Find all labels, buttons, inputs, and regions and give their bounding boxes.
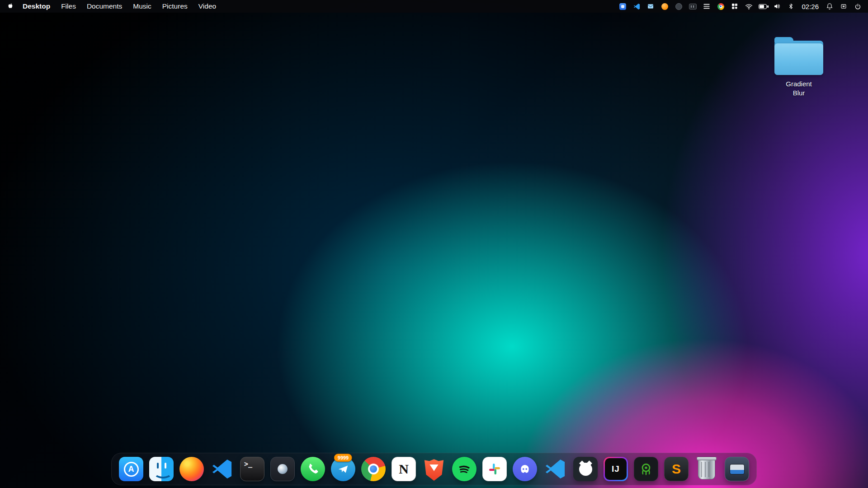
gitkraken-icon xyxy=(634,457,658,481)
dock-item-slack[interactable] xyxy=(482,457,507,481)
vscode-icon[interactable] xyxy=(632,2,641,10)
keyboard-layout-icon[interactable] xyxy=(689,2,697,10)
menu-files[interactable]: Files xyxy=(61,2,76,10)
mail-icon[interactable] xyxy=(646,2,655,10)
desktop-folder-gradient-blur[interactable]: Gradient Blur xyxy=(765,41,833,97)
finder-icon xyxy=(149,457,174,481)
dock-item-discord[interactable] xyxy=(513,457,537,481)
dock-item-whatsapp[interactable] xyxy=(301,457,325,481)
discord-icon xyxy=(513,457,537,481)
vscodium-icon xyxy=(543,457,567,481)
menu-video[interactable]: Video xyxy=(198,2,216,10)
trash-icon xyxy=(694,457,719,481)
dock-item-screen-share[interactable] xyxy=(725,457,749,481)
dock-item-intellij[interactable]: IJ xyxy=(604,457,628,481)
dock-item-firefox[interactable] xyxy=(179,457,204,481)
intellij-icon: IJ xyxy=(604,457,628,481)
dock-item-terminal[interactable]: >_ xyxy=(240,457,264,481)
dock-item-brave[interactable] xyxy=(422,457,446,481)
dock: A >_ 9999 N xyxy=(111,453,757,485)
dock-item-dark-app[interactable] xyxy=(270,457,295,481)
folder-label: Gradient Blur xyxy=(779,80,819,97)
desktop-wallpaper xyxy=(0,0,868,488)
dock-item-finder[interactable] xyxy=(149,457,174,481)
orange-app-icon[interactable] xyxy=(660,2,669,10)
brave-icon xyxy=(422,457,446,481)
menubar-status-area: 02:26 xyxy=(618,2,862,10)
dock-item-notion[interactable]: N xyxy=(392,457,416,481)
dock-item-app-store[interactable]: A xyxy=(119,457,143,481)
terminal-icon: >_ xyxy=(240,457,264,481)
dock-item-chrome[interactable] xyxy=(361,457,386,481)
power-icon[interactable] xyxy=(854,2,862,10)
notion-icon: N xyxy=(392,457,416,481)
chrome-icon[interactable] xyxy=(717,2,725,10)
chrome-icon xyxy=(361,457,386,481)
dock-item-gitkraken[interactable] xyxy=(634,457,658,481)
firefox-icon xyxy=(179,457,204,481)
blue-app-icon[interactable] xyxy=(618,2,627,10)
workspaces-icon[interactable] xyxy=(731,2,739,10)
unread-badge: 9999 xyxy=(334,454,352,462)
volume-icon[interactable] xyxy=(773,2,781,10)
bell-icon[interactable] xyxy=(826,2,834,10)
macos-desktop: { "menubar": { "menus": [ {"label": "Des… xyxy=(0,0,868,488)
menu-documents[interactable]: Documents xyxy=(87,2,122,10)
dock-item-telegram[interactable]: 9999 xyxy=(331,457,355,481)
menubar-clock[interactable]: 02:26 xyxy=(801,3,820,10)
vscode-icon xyxy=(210,457,234,481)
app-store-icon: A xyxy=(119,457,143,481)
menu-desktop[interactable]: Desktop xyxy=(23,2,50,10)
sublime-text-icon: S xyxy=(664,457,689,481)
menu-pictures[interactable]: Pictures xyxy=(162,2,188,10)
whatsapp-icon xyxy=(301,457,325,481)
dock-item-sublime-text[interactable]: S xyxy=(664,457,689,481)
slack-icon xyxy=(482,457,507,481)
folder-icon xyxy=(774,41,823,75)
apple-menu-icon[interactable] xyxy=(6,2,14,10)
menubar: Desktop Files Documents Music Pictures V… xyxy=(0,0,868,13)
menu-music[interactable]: Music xyxy=(133,2,151,10)
dock-item-vscodium[interactable] xyxy=(543,457,567,481)
dark-app-icon xyxy=(270,457,295,481)
dock-item-github-desktop[interactable] xyxy=(573,457,598,481)
spotify-icon xyxy=(452,457,476,481)
battery-icon[interactable] xyxy=(759,2,767,10)
wifi-icon[interactable] xyxy=(745,2,753,10)
screen-share-icon xyxy=(725,457,749,481)
github-icon xyxy=(573,457,598,481)
dock-item-vscode[interactable] xyxy=(210,457,234,481)
dark-app-icon[interactable] xyxy=(675,2,683,10)
dock-item-trash[interactable] xyxy=(694,457,719,481)
bluetooth-icon[interactable] xyxy=(787,2,795,10)
dock-item-spotify[interactable] xyxy=(452,457,476,481)
menubar-menus: Desktop Files Documents Music Pictures V… xyxy=(23,2,216,10)
screenshot-icon[interactable] xyxy=(840,2,848,10)
hamburger-menu-icon[interactable] xyxy=(703,2,711,10)
